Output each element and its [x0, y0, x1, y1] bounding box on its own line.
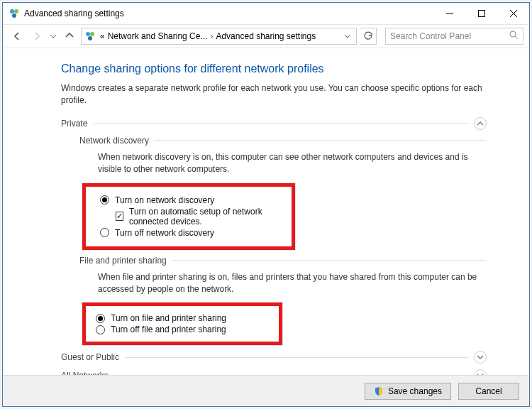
radio-icon [100, 195, 109, 204]
breadcrumb-dropdown[interactable] [342, 31, 353, 41]
svg-point-0 [10, 9, 14, 13]
svg-line-11 [515, 36, 518, 39]
svg-point-7 [86, 32, 90, 36]
history-dropdown[interactable] [48, 33, 58, 39]
refresh-button[interactable] [360, 28, 377, 45]
section-label: Private [61, 119, 87, 129]
svg-point-10 [510, 31, 516, 37]
window-controls [433, 3, 529, 24]
button-bar: Save changes Cancel [3, 375, 529, 406]
divider [125, 357, 468, 358]
divider [93, 123, 468, 124]
file-printer-options: Turn on file and printer sharing Turn of… [82, 302, 282, 345]
section-header-private[interactable]: Private [61, 117, 487, 130]
shield-icon [374, 386, 384, 396]
search-placeholder: Search Control Panel [390, 31, 509, 41]
svg-rect-4 [478, 11, 484, 17]
subsection-network-discovery: Network discovery [79, 136, 487, 146]
titlebar: Advanced sharing settings [3, 3, 529, 24]
radio-icon [100, 228, 109, 237]
breadcrumb-segment[interactable]: Advanced sharing settings [216, 31, 316, 41]
navigation-bar: « Network and Sharing Ce... › Advanced s… [3, 24, 529, 48]
section-guest-public: Guest or Public [61, 351, 487, 364]
button-label: Save changes [388, 386, 442, 396]
radio-icon [96, 325, 105, 334]
svg-point-8 [90, 32, 94, 36]
breadcrumb-segment[interactable]: Network and Sharing Ce... [108, 31, 208, 41]
subsection-description: When file and printer sharing is on, fil… [98, 271, 487, 296]
button-label: Cancel [475, 386, 501, 396]
radio-network-discovery-off[interactable]: Turn off network discovery [100, 228, 282, 238]
checkbox-label: Turn on automatic setup of network conne… [129, 207, 282, 227]
close-button[interactable] [497, 3, 529, 24]
page-description: Windows creates a separate network profi… [61, 82, 487, 107]
network-sharing-icon [9, 8, 20, 19]
subsection-label: File and printer sharing [79, 256, 167, 266]
forward-button[interactable] [28, 28, 45, 45]
search-input[interactable]: Search Control Panel [385, 28, 523, 45]
page-heading: Change sharing options for different net… [61, 62, 487, 75]
subsection-description: When network discovery is on, this compu… [98, 151, 487, 176]
radio-label: Turn off file and printer sharing [111, 325, 226, 334]
radio-label: Turn on file and printer sharing [111, 313, 226, 323]
svg-point-9 [88, 36, 92, 40]
content-area: Change sharing options for different net… [3, 48, 529, 375]
network-sharing-icon [84, 31, 96, 42]
section-private: Private Network discovery When network d… [61, 117, 487, 346]
divider [172, 260, 487, 261]
section-header-all[interactable]: All Networks [61, 369, 487, 375]
svg-point-2 [12, 13, 16, 18]
radio-label: Turn off network discovery [115, 228, 214, 238]
divider [155, 140, 487, 141]
maximize-button[interactable] [465, 3, 497, 24]
search-icon [509, 31, 519, 42]
chevron-up-icon[interactable] [474, 117, 487, 130]
minimize-button[interactable] [433, 3, 465, 24]
radio-file-printer-off[interactable]: Turn off file and printer sharing [96, 325, 269, 334]
back-button[interactable] [9, 28, 26, 45]
up-button[interactable] [61, 28, 78, 45]
radio-file-printer-on[interactable]: Turn on file and printer sharing [96, 313, 269, 323]
chevron-right-icon: › [210, 31, 213, 41]
checkbox-icon [116, 212, 123, 221]
chevron-down-icon[interactable] [474, 369, 487, 375]
section-all-networks: All Networks [61, 369, 487, 375]
radio-icon [96, 314, 105, 323]
subsection-file-printer: File and printer sharing [79, 256, 487, 266]
radio-network-discovery-on[interactable]: Turn on network discovery [100, 195, 282, 205]
section-label: Guest or Public [61, 352, 119, 362]
svg-point-1 [14, 9, 18, 13]
save-changes-button[interactable]: Save changes [365, 383, 451, 400]
breadcrumb[interactable]: « Network and Sharing Ce... › Advanced s… [81, 28, 357, 45]
section-header-guest[interactable]: Guest or Public [61, 351, 487, 364]
section-label: All Networks [61, 371, 109, 375]
checkbox-auto-setup[interactable]: Turn on automatic setup of network conne… [116, 207, 282, 227]
subsection-label: Network discovery [79, 136, 149, 146]
radio-label: Turn on network discovery [115, 195, 214, 205]
chevron-down-icon[interactable] [474, 351, 487, 364]
breadcrumb-prefix: « [100, 31, 105, 41]
window-frame: Advanced sharing settings [2, 2, 530, 407]
network-discovery-options: Turn on network discovery Turn on automa… [82, 183, 295, 250]
window-title: Advanced sharing settings [24, 9, 433, 18]
cancel-button[interactable]: Cancel [458, 383, 519, 400]
